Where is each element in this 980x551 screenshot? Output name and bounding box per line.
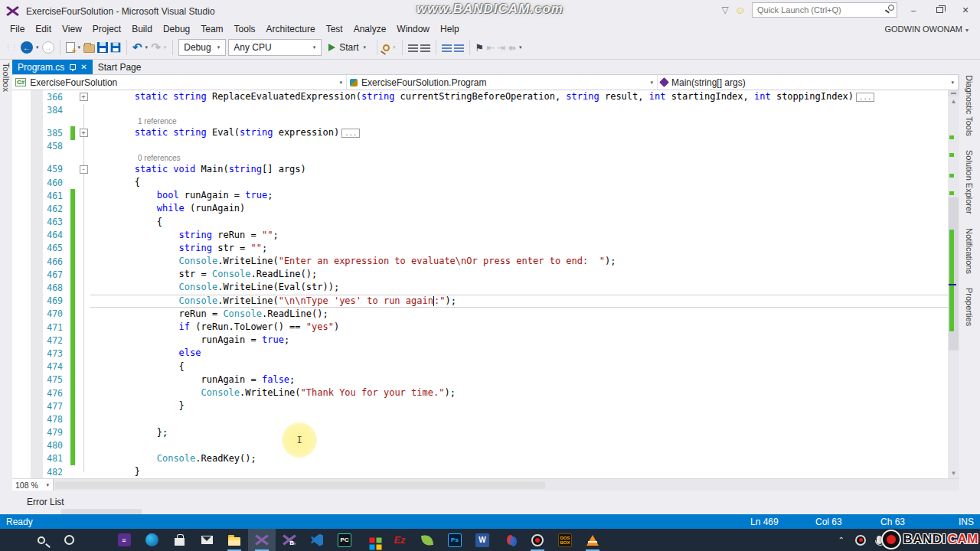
taskbar-mail[interactable] — [193, 529, 220, 551]
code-text[interactable]: str = Console.ReadLine(); — [90, 268, 948, 281]
code-line-471[interactable]: 471 if (reRun.ToLower() == "yes") — [12, 321, 948, 334]
code-text[interactable]: Console.WriteLine("Thank You for your ti… — [90, 386, 948, 399]
code-text[interactable]: else — [90, 347, 948, 360]
type-dropdown[interactable]: ExerciseFourSolution.Program▾ — [347, 75, 658, 90]
line-number[interactable]: 469 — [43, 295, 67, 306]
redo-button[interactable]: ↷ — [151, 42, 161, 53]
tab-program-cs[interactable]: Program.cs✕ — [12, 60, 93, 74]
feedback-icon[interactable]: ▽ — [721, 5, 728, 15]
undo-button[interactable]: ↶ — [132, 42, 142, 53]
pin-tab-icon[interactable] — [69, 64, 76, 71]
line-number[interactable]: 464 — [43, 230, 67, 240]
code-text[interactable]: Console.WriteLine("\n\nType 'yes' to run… — [90, 295, 948, 308]
line-number[interactable]: 479 — [43, 427, 67, 438]
taskbar-leaf[interactable] — [413, 529, 441, 551]
split-window-handle[interactable] — [948, 90, 959, 96]
code-text[interactable]: static string ReplaceEvaluatedExpression… — [90, 90, 948, 103]
glyph-margin[interactable] — [31, 176, 43, 189]
line-number[interactable]: 480 — [43, 440, 67, 451]
taskbar-photoshop[interactable]: Ps — [441, 529, 469, 551]
expand-icon[interactable]: + — [80, 129, 88, 137]
code-line-476[interactable]: 476 Console.WriteLine("Thank You for you… — [12, 386, 948, 399]
navigate-forward-button[interactable]: → — [42, 41, 54, 54]
glyph-margin[interactable] — [31, 373, 43, 386]
tab-start-page[interactable]: Start Page — [93, 60, 147, 74]
code-text[interactable]: { — [90, 176, 948, 189]
line-number[interactable]: 473 — [43, 348, 67, 359]
next-bookmark-button[interactable]: ⇥ — [497, 42, 505, 54]
menu-architecture[interactable]: Architecture — [261, 23, 321, 35]
line-number[interactable]: 366 — [43, 92, 67, 103]
glyph-margin[interactable] — [31, 255, 43, 268]
glyph-margin[interactable] — [31, 202, 43, 215]
taskbar-vlc[interactable] — [579, 529, 606, 551]
line-number[interactable]: 468 — [43, 282, 67, 293]
taskbar-explorer[interactable] — [220, 529, 248, 551]
open-file-button[interactable] — [83, 44, 95, 53]
taskbar-vscode[interactable] — [303, 529, 331, 551]
line-number[interactable]: 474 — [43, 361, 67, 372]
taskbar-visual-studio[interactable] — [248, 529, 276, 551]
taskbar-tiles[interactable] — [358, 529, 386, 551]
code-text[interactable]: runAgain = true; — [90, 334, 948, 347]
code-text[interactable]: static void Main(string[] args) — [90, 163, 948, 176]
line-number[interactable]: 470 — [43, 308, 67, 319]
glyph-margin[interactable] — [31, 399, 43, 412]
glyph-margin[interactable] — [31, 163, 43, 176]
collapsed-region-box[interactable]: ... — [341, 129, 360, 138]
start-debug-button[interactable]: Start▾ — [324, 42, 371, 53]
error-list-tab[interactable]: Error List — [27, 497, 64, 507]
code-line-465[interactable]: 465 string str = ""; — [12, 242, 948, 255]
dock-tab-notifications[interactable]: Notifications — [965, 228, 974, 274]
taskbar-store[interactable] — [165, 529, 193, 551]
glyph-margin[interactable] — [31, 334, 43, 347]
code-text[interactable]: } — [90, 465, 948, 478]
uncomment-button[interactable] — [420, 44, 430, 53]
glyph-margin[interactable] — [31, 189, 43, 202]
menu-edit[interactable]: Edit — [30, 23, 57, 35]
clear-bookmarks-button[interactable]: ⇻ — [508, 42, 516, 54]
glyph-margin[interactable] — [31, 412, 43, 425]
horizontal-scrollbar-thumb[interactable] — [55, 481, 545, 489]
taskbar-record[interactable] — [524, 529, 551, 551]
line-number[interactable]: 467 — [43, 269, 67, 280]
glyph-margin[interactable] — [31, 465, 43, 478]
line-number[interactable]: 472 — [43, 335, 67, 346]
menu-file[interactable]: File — [5, 23, 30, 35]
code-line-462[interactable]: 462 while (runAgain) — [12, 202, 948, 215]
line-number[interactable]: 477 — [43, 401, 67, 412]
code-line-464[interactable]: 464 string reRun = ""; — [12, 229, 948, 242]
expand-icon[interactable]: + — [80, 93, 88, 101]
code-line-475[interactable]: 475 runAgain = false; — [12, 373, 948, 386]
taskbar-start-button[interactable] — [0, 529, 28, 551]
menu-build[interactable]: Build — [126, 23, 158, 35]
collapsed-region-box[interactable]: ... — [856, 93, 874, 102]
increase-indent-button[interactable] — [454, 44, 464, 53]
code-line-463[interactable]: 463 { — [12, 216, 948, 229]
taskbar-pycharm[interactable]: PC — [331, 529, 358, 551]
code-text[interactable]: }; — [90, 426, 948, 439]
taskbar-book[interactable]: ≡ — [110, 529, 138, 551]
save-all-button[interactable] — [111, 43, 121, 53]
close-tab-icon[interactable]: ✕ — [80, 63, 87, 71]
line-number[interactable]: 465 — [43, 243, 67, 253]
close-button[interactable]: ✕ — [956, 3, 975, 17]
new-file-button[interactable] — [66, 42, 75, 53]
glyph-margin[interactable] — [31, 103, 43, 116]
code-line-480[interactable]: 480 — [12, 439, 948, 452]
find-in-files-icon[interactable] — [383, 44, 390, 51]
code-line-482[interactable]: 482 } — [12, 465, 948, 478]
code-line-481[interactable]: 481 Console.ReadKey(); — [12, 452, 948, 465]
code-line-477[interactable]: 477 } — [12, 399, 948, 412]
code-text[interactable]: runAgain = false; — [90, 373, 948, 386]
navigate-back-button[interactable]: ← — [21, 41, 33, 54]
code-line-467[interactable]: 467 str = Console.ReadLine(); — [12, 268, 948, 281]
editor-zoom-dropdown[interactable]: 108 %▾ — [12, 479, 54, 491]
scroll-down-icon[interactable]: ▼ — [948, 468, 959, 478]
line-number[interactable]: 466 — [43, 256, 67, 267]
menu-tools[interactable]: Tools — [229, 23, 261, 35]
taskbar-dosbox[interactable]: DOS BOX — [551, 529, 579, 551]
menu-window[interactable]: Window — [391, 23, 435, 35]
code-line-479[interactable]: 479 }; — [12, 426, 948, 439]
menu-help[interactable]: Help — [435, 23, 465, 35]
